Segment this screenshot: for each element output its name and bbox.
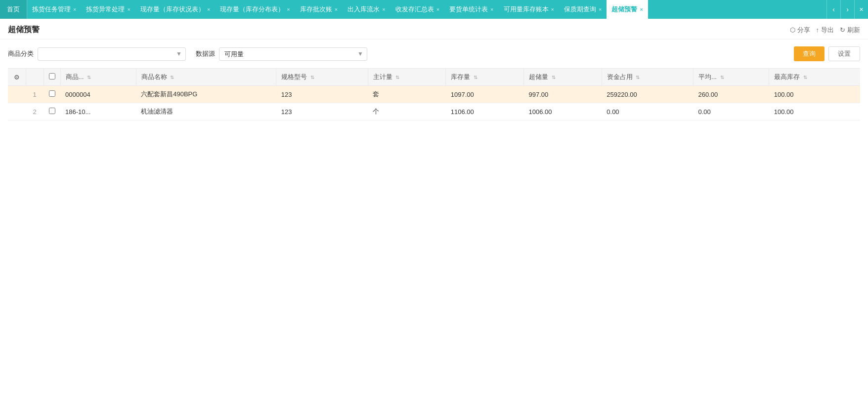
gear-icon[interactable]: ⚙ <box>14 74 20 81</box>
row-capital: 0.00 <box>602 103 693 120</box>
col-spec-header[interactable]: 规格型号 ⇅ <box>276 69 368 86</box>
refresh-button[interactable]: ↻ 刷新 <box>840 26 860 35</box>
query-button[interactable]: 查询 <box>794 46 825 61</box>
row-maxstock: 100.00 <box>769 103 860 120</box>
col-checkbox-header <box>43 69 60 86</box>
col-stock-header[interactable]: 库存量 ⇅ <box>446 69 524 86</box>
refresh-icon: ↻ <box>840 26 845 34</box>
close-tab-3[interactable]: × <box>207 6 210 12</box>
nav-next-arrow[interactable]: › <box>840 0 854 19</box>
col-capital-sort-icon: ⇅ <box>636 75 640 80</box>
close-tab-5[interactable]: × <box>335 6 338 12</box>
row-checkbox-0[interactable] <box>49 90 55 97</box>
settings-button[interactable]: 设置 <box>828 46 860 61</box>
datasource-filter-group: 数据源 可用量 ▼ <box>196 47 367 61</box>
row-num: 2 <box>26 103 43 120</box>
select-all-checkbox[interactable] <box>49 73 55 79</box>
tab-6[interactable]: 出入库流水 × <box>343 0 390 19</box>
tab-11[interactable]: 超储预警 × <box>607 0 648 19</box>
tab-8[interactable]: 要货单统计表 × <box>444 0 498 19</box>
row-unit: 个 <box>368 103 446 120</box>
col-unit-label: 主计量 <box>373 73 392 80</box>
row-code: 186-10... <box>60 103 136 120</box>
row-gear-cell <box>8 103 26 120</box>
export-button[interactable]: ↑ 导出 <box>816 26 834 35</box>
close-tab-10[interactable]: × <box>599 6 602 12</box>
col-unit-header[interactable]: 主计量 ⇅ <box>368 69 446 86</box>
page-header: 超储预警 ⬡ 分享 ↑ 导出 ↻ 刷新 <box>0 19 868 40</box>
close-tab-2[interactable]: × <box>127 6 130 12</box>
col-settings-header: ⚙ <box>8 69 26 86</box>
tab-7[interactable]: 收发存汇总表 × <box>391 0 444 19</box>
row-name: 六配套新昌490BPG <box>136 86 276 103</box>
table-body: 1 0000004 六配套新昌490BPG 123 套 1097.00 997.… <box>8 86 860 120</box>
nav-home[interactable]: 首页 <box>0 0 27 19</box>
row-over: 997.00 <box>524 86 602 103</box>
export-icon: ↑ <box>816 26 820 34</box>
row-checkbox-cell <box>43 103 60 120</box>
col-stock-sort-icon: ⇅ <box>474 75 477 80</box>
col-avg-header[interactable]: 平均... ⇅ <box>694 69 769 86</box>
col-code-header[interactable]: 商品... ⇅ <box>60 69 136 86</box>
tab-9[interactable]: 可用量库存账本 × <box>499 0 559 19</box>
category-select[interactable] <box>38 47 186 61</box>
tab-5[interactable]: 库存批次账 × <box>295 0 343 19</box>
col-name-header[interactable]: 商品名称 ⇅ <box>136 69 276 86</box>
tab-10[interactable]: 保质期查询 × <box>559 0 607 19</box>
col-maxstock-sort-icon: ⇅ <box>803 75 807 80</box>
header-actions: ⬡ 分享 ↑ 导出 ↻ 刷新 <box>790 26 861 35</box>
close-tab-7[interactable]: × <box>436 6 439 12</box>
close-tab-9[interactable]: × <box>551 6 554 12</box>
table-header-row: ⚙ 商品... ⇅ 商品名称 ⇅ 规格型号 ⇅ <box>8 69 860 86</box>
close-tab-6[interactable]: × <box>382 6 385 12</box>
col-spec-sort-icon: ⇅ <box>310 75 314 80</box>
table-wrap: ⚙ 商品... ⇅ 商品名称 ⇅ 规格型号 ⇅ <box>0 68 868 120</box>
table-row: 1 0000004 六配套新昌490BPG 123 套 1097.00 997.… <box>8 86 860 103</box>
datasource-select-wrap: 可用量 ▼ <box>219 47 367 61</box>
close-tab-4[interactable]: × <box>287 6 290 12</box>
row-num: 1 <box>26 86 43 103</box>
share-button[interactable]: ⬡ 分享 <box>790 26 810 35</box>
datasource-select[interactable]: 可用量 <box>219 47 367 61</box>
row-unit: 套 <box>368 86 446 103</box>
col-num-header <box>26 69 43 86</box>
datasource-label: 数据源 <box>196 49 215 58</box>
row-checkbox-cell <box>43 86 60 103</box>
col-over-header[interactable]: 超储量 ⇅ <box>524 69 602 86</box>
row-over: 1006.00 <box>524 103 602 120</box>
col-code-sort-icon: ⇅ <box>87 75 91 80</box>
main-table: ⚙ 商品... ⇅ 商品名称 ⇅ 规格型号 ⇅ <box>8 68 860 120</box>
col-stock-label: 库存量 <box>451 73 470 80</box>
row-gear-cell <box>8 86 26 103</box>
nav-prev-arrow[interactable]: ‹ <box>826 0 840 19</box>
row-name: 机油滤清器 <box>136 103 276 120</box>
category-select-wrap: ▼ <box>38 47 186 61</box>
row-spec: 123 <box>276 86 368 103</box>
close-tab-8[interactable]: × <box>490 6 493 12</box>
tab-4[interactable]: 现存量（库存分布表） × <box>215 0 295 19</box>
nav-close-arrow[interactable]: × <box>854 0 868 19</box>
col-capital-header[interactable]: 资金占用 ⇅ <box>602 69 693 86</box>
page-title: 超储预警 <box>8 25 40 35</box>
row-checkbox-1[interactable] <box>49 108 55 114</box>
close-tab-11[interactable]: × <box>640 6 643 12</box>
row-code: 0000004 <box>60 86 136 103</box>
top-nav: 首页 拣货任务管理 × 拣货异常处理 × 现存量（库存状况表） × 现存量（库存… <box>0 0 868 19</box>
row-avg: 0.00 <box>694 103 769 120</box>
row-maxstock: 100.00 <box>769 86 860 103</box>
close-tab-1[interactable]: × <box>73 6 76 12</box>
col-avg-label: 平均... <box>698 73 717 80</box>
col-maxstock-header[interactable]: 最高库存 ⇅ <box>769 69 860 86</box>
filter-row: 商品分类 ▼ 数据源 可用量 ▼ 查询 设置 <box>0 40 868 68</box>
tab-2[interactable]: 拣货异常处理 × <box>81 0 135 19</box>
row-stock: 1097.00 <box>446 86 524 103</box>
col-avg-sort-icon: ⇅ <box>720 75 724 80</box>
category-filter-group: 商品分类 ▼ <box>8 47 186 61</box>
row-avg: 260.00 <box>694 86 769 103</box>
tab-1[interactable]: 拣货任务管理 × <box>27 0 81 19</box>
col-maxstock-label: 最高库存 <box>774 73 800 80</box>
col-capital-label: 资金占用 <box>607 73 633 80</box>
tab-3[interactable]: 现存量（库存状况表） × <box>135 0 215 19</box>
table-row: 2 186-10... 机油滤清器 123 个 1106.00 1006.00 … <box>8 103 860 120</box>
col-unit-sort-icon: ⇅ <box>395 75 399 80</box>
